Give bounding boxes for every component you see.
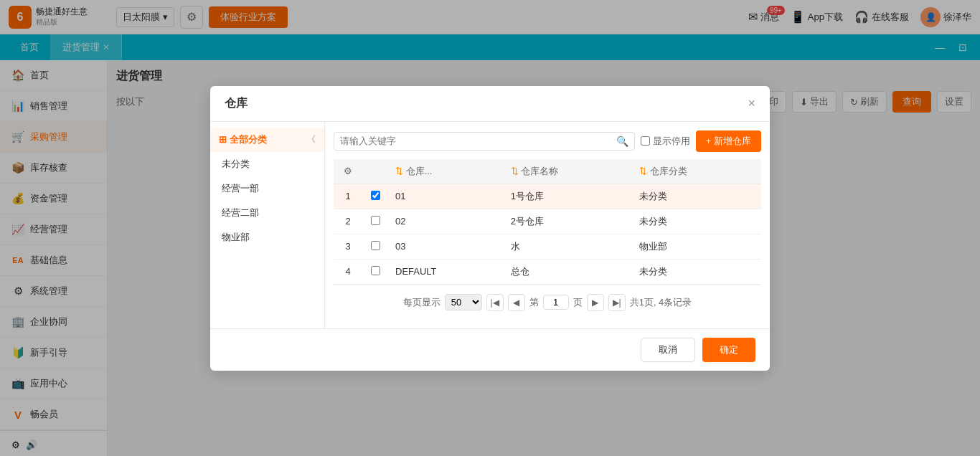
row-num: 2 — [334, 209, 362, 234]
warehouse-table: ⚙ ⇅ 仓库... ⇅ 仓库名称 — [334, 159, 761, 285]
table-row[interactable]: 1 01 1号仓库 未分类 — [334, 184, 761, 209]
page-input[interactable] — [543, 295, 569, 310]
modal-close-button[interactable]: × — [748, 96, 755, 111]
row-checkbox[interactable] — [362, 234, 388, 259]
grid-icon: ⊞ — [219, 134, 227, 145]
add-warehouse-button[interactable]: + 新增仓库 — [696, 130, 761, 152]
table-toolbar: 🔍 显示停用 + 新增仓库 — [334, 130, 761, 152]
modal-overlay: 仓库 × ⊞ 全部分类 《 未分类 经营一部 经营二部 物业部 — [0, 0, 980, 456]
category-item-ops1[interactable]: 经营一部 — [210, 176, 324, 201]
row-num: 1 — [334, 184, 362, 209]
prev-page-button[interactable]: ◀ — [508, 294, 525, 311]
row-name: 总仓 — [504, 259, 633, 284]
sort-icon2: ⇅ — [511, 166, 519, 176]
first-page-button[interactable]: |◀ — [486, 294, 504, 311]
sort-icon: ⇅ — [395, 166, 403, 176]
col-name: ⇅ 仓库名称 — [504, 159, 633, 184]
table-scroll: ⚙ ⇅ 仓库... ⇅ 仓库名称 — [334, 159, 761, 285]
row-num: 3 — [334, 234, 362, 259]
col-checkbox — [362, 159, 388, 184]
row-code: DEFAULT — [388, 259, 504, 284]
row-category: 物业部 — [632, 234, 761, 259]
row-name: 1号仓库 — [504, 184, 633, 209]
category-item-unclassified[interactable]: 未分类 — [210, 152, 324, 176]
table-row[interactable]: 3 03 水 物业部 — [334, 234, 761, 259]
table-row[interactable]: 4 DEFAULT 总仓 未分类 — [334, 259, 761, 284]
row-category: 未分类 — [632, 209, 761, 234]
modal-header: 仓库 × — [210, 86, 770, 122]
search-input[interactable] — [340, 136, 616, 146]
modal-footer: 取消 确定 — [210, 328, 770, 371]
cancel-button[interactable]: 取消 — [641, 338, 695, 362]
row-checkbox[interactable] — [362, 184, 388, 209]
collapse-icon[interactable]: 《 — [307, 133, 316, 146]
row-code: 01 — [388, 184, 504, 209]
warehouse-modal: 仓库 × ⊞ 全部分类 《 未分类 经营一部 经营二部 物业部 — [210, 86, 770, 371]
row-name: 水 — [504, 234, 633, 259]
category-item-property[interactable]: 物业部 — [210, 225, 324, 250]
total-info: 共1页, 4条记录 — [630, 296, 692, 309]
row-category: 未分类 — [632, 259, 761, 284]
modal-title: 仓库 — [225, 96, 248, 111]
confirm-button[interactable]: 确定 — [702, 338, 755, 362]
sort-icon3: ⇅ — [639, 166, 647, 176]
row-num: 4 — [334, 259, 362, 284]
table-panel: 🔍 显示停用 + 新增仓库 ⚙ — [325, 122, 770, 328]
row-checkbox[interactable] — [362, 209, 388, 234]
table-row[interactable]: 2 02 2号仓库 未分类 — [334, 209, 761, 234]
search-input-wrap[interactable]: 🔍 — [334, 132, 635, 151]
category-panel: ⊞ 全部分类 《 未分类 经营一部 经营二部 物业部 — [210, 122, 325, 328]
table-head: ⚙ ⇅ 仓库... ⇅ 仓库名称 — [334, 159, 761, 184]
col-settings: ⚙ — [334, 159, 362, 184]
table-body: 1 01 1号仓库 未分类 2 02 2号仓库 未分类 3 03 水 物业部 4… — [334, 184, 761, 284]
row-category: 未分类 — [632, 184, 761, 209]
pagination: 每页显示 50 10 20 100 |◀ ◀ 第 页 ▶ ▶| 共1页, 4条记… — [334, 285, 761, 320]
row-code: 02 — [388, 209, 504, 234]
row-code: 03 — [388, 234, 504, 259]
col-code: ⇅ 仓库... — [388, 159, 504, 184]
search-icon[interactable]: 🔍 — [616, 136, 628, 147]
show-disabled-checkbox[interactable] — [641, 136, 650, 146]
row-name: 2号仓库 — [504, 209, 633, 234]
category-all-header[interactable]: ⊞ 全部分类 《 — [210, 128, 324, 152]
row-checkbox[interactable] — [362, 259, 388, 284]
next-page-button[interactable]: ▶ — [587, 294, 604, 311]
category-item-ops2[interactable]: 经营二部 — [210, 201, 324, 225]
last-page-button[interactable]: ▶| — [608, 294, 626, 311]
modal-body: ⊞ 全部分类 《 未分类 经营一部 经营二部 物业部 🔍 — [210, 122, 770, 328]
page-size-select[interactable]: 50 10 20 100 — [445, 294, 482, 310]
show-disabled-label[interactable]: 显示停用 — [641, 135, 690, 148]
col-category: ⇅ 仓库分类 — [632, 159, 761, 184]
